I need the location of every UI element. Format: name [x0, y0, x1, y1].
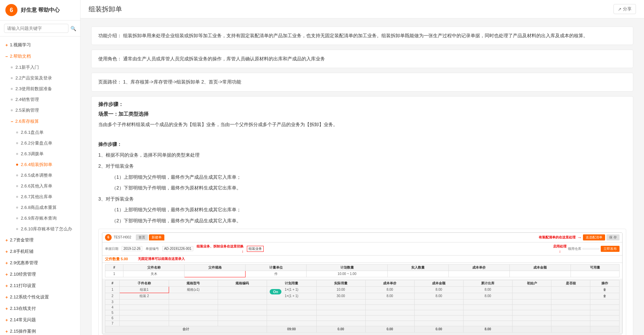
role-text: 通常由生产人员或库管人员完成拆装业务的操作，库管人员确认原材料的出库和产成品的入… [123, 56, 325, 61]
sidebar-item-2-6-9[interactable]: 2.6.9库存账本查询 [5, 213, 80, 224]
nav-parent-2-15[interactable]: + 2.15操作案例 [0, 326, 80, 335]
mock-th-parent-spec: 父件规格 [184, 264, 246, 271]
nav-parent-2-14[interactable]: + 2.14常见问题 [0, 314, 80, 326]
sidebar-item-2-3[interactable]: 2.3使用前数据准备 [0, 83, 80, 94]
annotation2-arrow: ↓ [241, 249, 244, 254]
mock-th-available: 可用量 [571, 264, 619, 271]
sidebar-item-2-6-3[interactable]: 2.6.3调拨单 [5, 149, 80, 159]
nav-parent-2-8[interactable]: + 2.8手机旺辅 [0, 246, 80, 257]
mock-th-cost-amount: 成本金额 [509, 264, 571, 271]
topbar: 组装拆卸单 ↗ 分享 [80, 0, 644, 18]
sidebar-item-2-6-4[interactable]: 2.6.4组装拆卸单 [5, 159, 80, 170]
nav-parent-video[interactable]: + 1.视频学习 [0, 39, 80, 51]
sidebar-item-2-5[interactable]: 2.5采购管理 [0, 105, 80, 116]
mock-topbar: 6 TEST-H002 首页 新建单 有装配清单的在这里处理 → 送选配清单 保… [102, 233, 622, 242]
func-intro-block: 功能介绍： 组装拆卸单用来处理企业组装或拆卸等加工业务，支持有固定装配清单的产品… [91, 26, 633, 45]
mock-confirm-btn[interactable]: 立即发布 [601, 246, 620, 252]
mock-rows-label: 父件数量 5.00 [105, 257, 128, 262]
annotation3-text: 启用处理 [553, 244, 567, 249]
path-text: 1、库存核算->库存管理->组装拆卸单 2、首页->常用功能 [123, 79, 241, 85]
func-intro-label: 功能介绍： [98, 33, 122, 38]
nav-parent-2-6[interactable]: − 2.6库存核算 [0, 116, 80, 127]
nav-parent-2-13[interactable]: + 2.13在线支付 [0, 303, 80, 314]
search-button[interactable]: 🔍 [70, 26, 76, 31]
mock-type-select[interactable]: 组装业务 [247, 246, 264, 252]
mock-process-btn[interactable]: 送选配清单 [583, 234, 605, 240]
share-label: 分享 [623, 6, 632, 12]
mock-no-label: 单据编号 [146, 246, 159, 251]
sidebar-item-2-6-1[interactable]: 2.6.1盘点单 [5, 127, 80, 138]
step2: 2、对于组装业务 [98, 162, 626, 171]
mock-th-actual-qty: 实入数量 [387, 264, 448, 271]
annotation1-arrow: → [577, 235, 582, 240]
mock-date-label: 单据日期 [105, 246, 118, 251]
mock-tabs: 首页 新建单 [136, 234, 164, 240]
scenario-desc: 当由多个子件材料组装成一个成品的业务为【组装】业务，当由一个父件拆分成多个子产品… [98, 120, 626, 225]
sidebar-header: 6 好生意 帮助中心 [0, 0, 80, 20]
annotation4-text: 无固定清单可以组装在这里录入 [138, 257, 185, 261]
step2-sub2: （2）下部明细为子件明细，最终作为原材料生成其它出库单。 [112, 183, 626, 192]
mock-th-plan-qty: 计划数量 [307, 264, 387, 271]
mock-tab-new[interactable]: 新建单 [149, 234, 164, 240]
sidebar-item-2-4[interactable]: 2.4销售管理 [0, 94, 80, 105]
mock-form-area: 单据日期 2019-12-26 单据编号 AD-20191226-001 组装业… [102, 242, 622, 256]
mock-lower-table: # 子件名称 规格型号 规格编码 计划用量 实际用量 成本单价 成本金额 累计出… [105, 280, 620, 333]
annotation1-text: 有装配清单的在这里处理 [539, 235, 576, 240]
sidebar-item-2-1[interactable]: 2.1新手入门 [0, 62, 80, 73]
sidebar-item-2-6-6[interactable]: 2.6.6其他入库单 [5, 181, 80, 191]
toggle-on-indicator[interactable]: On [270, 290, 281, 294]
annotation3-area: 启用处理 ↓ 领用仓库 立即发布 [553, 244, 620, 254]
nav-parent-2-7[interactable]: + 2.7资金管理 [0, 234, 80, 246]
mock-warehouse-input[interactable] [583, 248, 599, 249]
sidebar-item-2-6-5[interactable]: 2.6.5成本调整单 [5, 170, 80, 181]
func-intro-text: 组装拆卸单用来处理企业组装或拆卸等加工业务，支持有固定装配清单的产品加工业务，也… [123, 33, 588, 38]
toggle-on-label[interactable]: On [270, 289, 281, 294]
step3-sub1: （1）上部明细为父件明细，最终作为原材料生成其它出库单； [112, 205, 626, 214]
mock-save-btn[interactable]: 保 存 [606, 234, 620, 240]
sidebar-item-2-6-8[interactable]: 2.6.8商品成本重算 [5, 202, 80, 213]
nav-parent-docs[interactable]: − 2.帮助文档 [0, 51, 80, 62]
nav-item-docs: − 2.帮助文档 2.1新手入门 2.2产品安装及登录 2.3使用前数据准备 2… [0, 51, 80, 335]
step2-sub1: （1）上部明细为父件明细，最终作为产成品生成其它入库单； [112, 173, 626, 182]
plus-icon-2-7: + [5, 238, 8, 243]
mock-th-cost-price: 成本单价 [448, 264, 509, 271]
table-row: 5 [105, 310, 620, 315]
ops-label: 操作步骤： [98, 101, 626, 108]
mock-lower-table-container: # 子件名称 规格型号 规格编码 计划用量 实际用量 成本单价 成本金额 累计出… [102, 279, 622, 334]
minus-icon-2-6: − [11, 119, 13, 124]
nav-item-video: + 1.视频学习 [0, 39, 80, 51]
sidebar-item-2-2[interactable]: 2.2产品安装及登录 [0, 73, 80, 83]
annotation3-arrow: ↓ [559, 249, 561, 254]
table-row: 3 [105, 299, 620, 304]
plus-icon-2-9: + [5, 261, 8, 266]
role-block: 使用角色： 通常由生产人员或库管人员完成拆装业务的操作，库管人员确认原材料的出库… [91, 50, 633, 68]
mock-app-id: TEST-H002 [114, 235, 131, 239]
share-button[interactable]: ↗ 分享 [613, 4, 636, 14]
mock-annotation1-area: 有装配清单的在这里处理 → 送选配清单 保 存 [539, 234, 620, 240]
annotation2-area: 组装业务、拆卸业务在这里切换 ↓ [197, 244, 244, 254]
nav-parent-2-12[interactable]: + 2.12系统个性化设置 [0, 291, 80, 303]
search-input[interactable] [4, 24, 68, 33]
table-row: 7 [105, 321, 620, 326]
sidebar-item-2-6-2[interactable]: 2.6.2分量盘点单 [5, 138, 80, 149]
scenario-desc1: 当由多个子件材料组装成一个成品的业务为【组装】业务，当由一个父件拆分成多个子产品… [98, 120, 626, 129]
plus-icon-2-15: + [5, 329, 8, 334]
ops-steps-label: 操作步骤： [98, 140, 626, 149]
mock-tab-home[interactable]: 首页 [136, 234, 148, 240]
nav-parent-2-11[interactable]: + 2.11打印设置 [0, 280, 80, 291]
table-row: 1 关木 件 10.00 ~ 1.00 [105, 271, 620, 277]
table-row: 6 [105, 315, 620, 321]
sidebar-item-2-6-10[interactable]: 2.6.10库存账本错了怎么办 [5, 224, 80, 234]
plus-icon-2-10: + [5, 272, 8, 277]
mock-logo: 6 [105, 234, 112, 241]
nav-parent-2-9[interactable]: + 2.9优惠券管理 [0, 257, 80, 269]
nav-label-video: 1.视频学习 [10, 42, 31, 48]
sidebar-item-2-6-7[interactable]: 2.6.7其他出库单 [5, 191, 80, 202]
table-row: 1 组装1 规格(≥1) 1×(1 + 1) 10.00 8.00 8.00 8… [105, 286, 620, 293]
ops-section: 操作步骤： 场景一：加工类型选择 当由多个子件材料组装成一个成品的业务为【组装】… [91, 96, 633, 335]
nav-parent-2-10[interactable]: + 2.10经营管理 [0, 269, 80, 280]
content-area: 功能介绍： 组装拆卸单用来处理企业组装或拆卸等加工业务，支持有固定装配清单的产品… [80, 18, 644, 335]
table-row: 2 组装 2 1×(1 + 1) 30.00 8.00 8.00 8.00 [105, 293, 620, 299]
step3: 3、对于拆装业务 [98, 194, 626, 204]
mock-upper-table: # 父件名称 父件规格 计量单位 计划数量 实入数量 成本单价 成本金额 可用量 [105, 264, 620, 277]
